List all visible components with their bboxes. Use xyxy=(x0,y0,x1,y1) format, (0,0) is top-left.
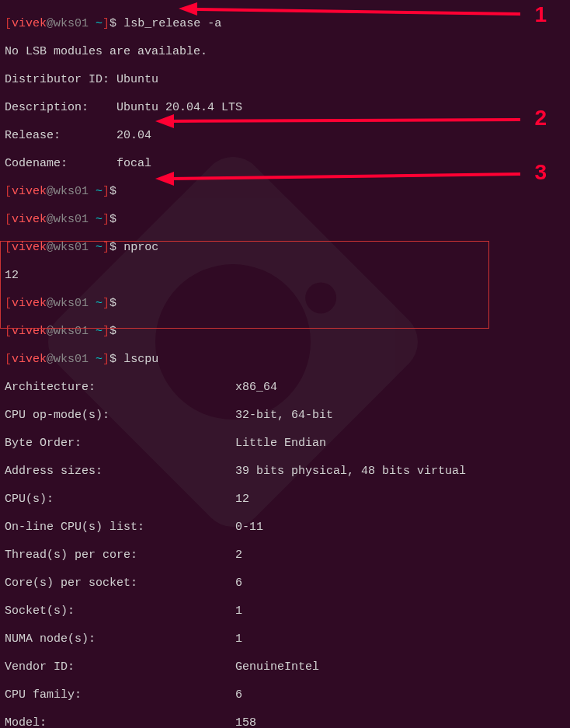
lscpu-line: Vendor ID: GenuineIntel xyxy=(5,660,565,674)
annotation-2: 2 xyxy=(534,105,547,131)
lscpu-line: Byte Order: Little Endian xyxy=(5,437,565,451)
prompt-line: [vivek@wks01 ~]$ xyxy=(5,297,565,311)
terminal-output: [vivek@wks01 ~]$ lsb_release -a No LSB m… xyxy=(5,3,565,728)
lscpu-line: Architecture: x86_64 xyxy=(5,381,565,395)
prompt-line: [vivek@wks01 ~]$ xyxy=(5,213,565,227)
output-line: Codename: focal xyxy=(5,157,565,171)
command-2: nproc xyxy=(123,241,158,254)
lscpu-line: Thread(s) per core: 2 xyxy=(5,549,565,563)
lscpu-line: CPU op-mode(s): 32-bit, 64-bit xyxy=(5,409,565,423)
lscpu-line: Model: 158 xyxy=(5,716,565,728)
lscpu-line: Socket(s): 1 xyxy=(5,604,565,618)
prompt-line: [vivek@wks01 ~]$ xyxy=(5,325,565,339)
output-line: Distributor ID: Ubuntu xyxy=(5,73,565,87)
lscpu-line: Core(s) per socket: 6 xyxy=(5,576,565,590)
lscpu-line: Address sizes: 39 bits physical, 48 bits… xyxy=(5,465,565,479)
lscpu-line: On-line CPU(s) list: 0-11 xyxy=(5,521,565,535)
prompt-line: [vivek@wks01 ~]$ nproc xyxy=(5,241,565,255)
output-line: Release: 20.04 xyxy=(5,129,565,143)
command-3: lscpu xyxy=(123,353,158,366)
lscpu-line: NUMA node(s): 1 xyxy=(5,632,565,646)
lscpu-line: CPU family: 6 xyxy=(5,688,565,702)
annotation-3: 3 xyxy=(534,159,547,186)
output-line: Description: Ubuntu 20.04.4 LTS xyxy=(5,101,565,115)
command-1: lsb_release -a xyxy=(123,17,221,30)
prompt-line: [vivek@wks01 ~]$ xyxy=(5,185,565,199)
annotation-1: 1 xyxy=(534,2,547,28)
prompt-line: [vivek@wks01 ~]$ lscpu xyxy=(5,353,565,367)
prompt-line: [vivek@wks01 ~]$ lsb_release -a xyxy=(5,17,565,31)
output-line: No LSB modules are available. xyxy=(5,45,565,59)
lscpu-line: CPU(s): 12 xyxy=(5,493,565,507)
output-line: 12 xyxy=(5,269,565,283)
